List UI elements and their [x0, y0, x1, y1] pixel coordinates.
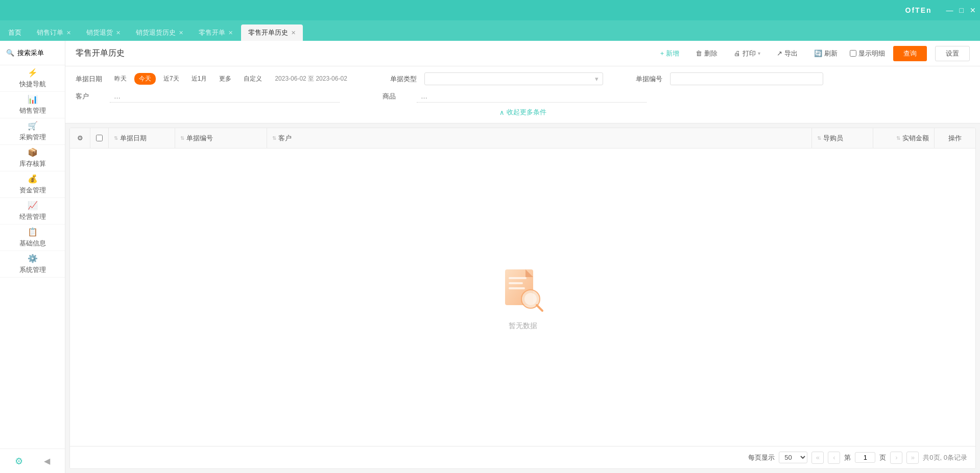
- sidebar-item-operations[interactable]: 📈 经营管理: [0, 198, 65, 225]
- sidebar-bottom: ⚙ ◀: [0, 449, 65, 473]
- maximize-btn[interactable]: □: [960, 6, 964, 14]
- first-page-btn[interactable]: «: [811, 452, 824, 464]
- per-page-select[interactable]: 50 10 20 100: [779, 452, 807, 463]
- sidebar-item-system[interactable]: ⚙️ 系统管理: [0, 251, 65, 278]
- th-amount[interactable]: ⇅ 实销金额: [873, 128, 935, 148]
- th-salesperson[interactable]: ⇅ 导购员: [812, 128, 873, 148]
- sidebar-item-basic-info[interactable]: 📋 基础信息: [0, 225, 65, 251]
- table-area: ⚙ ⇅ 单据日期 ⇅ 单据编号 ⇅ 客户 ⇅: [69, 128, 976, 469]
- sales-icon: 📊: [28, 94, 38, 104]
- th-order-no[interactable]: ⇅ 单据编号: [175, 128, 267, 148]
- tab-close-sales-order[interactable]: ✕: [66, 30, 71, 36]
- content-area: 零售开单历史 + 新增 🗑 删除 🖨 打印 ▾ ↗ 导出: [65, 41, 980, 473]
- select-all-checkbox[interactable]: [96, 135, 103, 141]
- refresh-button[interactable]: 🔄 🔄 刷新 刷新: [810, 47, 842, 60]
- th-settings[interactable]: ⚙: [70, 128, 90, 148]
- table-header: ⚙ ⇅ 单据日期 ⇅ 单据编号 ⇅ 客户 ⇅: [70, 128, 975, 148]
- sidebar-item-sales[interactable]: 📊 销售管理: [0, 92, 65, 118]
- tab-close-retail-history[interactable]: ✕: [291, 30, 296, 36]
- toolbar: + 新增 🗑 删除 🖨 打印 ▾ ↗ 导出 🔄 🔄 刷新: [656, 46, 970, 61]
- sidebar-settings-btn[interactable]: ⚙: [15, 456, 23, 467]
- page-number-input[interactable]: [855, 452, 875, 463]
- order-type-label: 单据类型: [390, 74, 418, 84]
- tab-close-sales-return[interactable]: ✕: [116, 30, 121, 36]
- delete-button[interactable]: 🗑 删除: [691, 47, 722, 60]
- show-detail-checkbox[interactable]: [850, 50, 856, 57]
- next-page-btn[interactable]: ›: [890, 452, 902, 464]
- date-btn-custom[interactable]: 自定义: [239, 73, 267, 85]
- tab-close-sales-return-history[interactable]: ✕: [179, 30, 183, 36]
- sidebar-item-label-inventory: 库存核算: [19, 159, 46, 168]
- date-btn-today[interactable]: 今天: [134, 73, 156, 85]
- last-page-btn[interactable]: »: [906, 452, 919, 464]
- date-btn-more[interactable]: 更多: [214, 73, 236, 85]
- settings-button[interactable]: 设置: [935, 46, 970, 61]
- tab-sales-order[interactable]: 销售订单 ✕: [30, 24, 78, 41]
- svg-rect-1: [509, 277, 527, 279]
- collapse-filter-btn[interactable]: ∧ 收起更多条件: [76, 108, 970, 117]
- date-btn-last7[interactable]: 近7天: [159, 73, 184, 85]
- th-order-no-sort-icon: ⇅: [180, 135, 184, 141]
- close-window-btn[interactable]: ✕: [970, 6, 976, 14]
- sidebar-search[interactable]: 🔍 搜索采单: [0, 41, 65, 65]
- new-button[interactable]: + 新增: [656, 47, 683, 60]
- th-customer[interactable]: ⇅ 客户: [267, 128, 812, 148]
- query-button[interactable]: 查询: [893, 46, 927, 61]
- table-settings-icon: ⚙: [77, 134, 83, 142]
- export-button[interactable]: ↗ 导出: [773, 47, 802, 60]
- quick-nav-icon: ⚡: [28, 68, 38, 78]
- sidebar: 🔍 搜索采单 ⚡ 快捷导航 📊 销售管理 🛒 采购管理 📦 库存核算 💰 资金管…: [0, 41, 65, 473]
- order-no-input[interactable]: [670, 72, 823, 85]
- sidebar-item-label-finance: 资金管理: [19, 186, 46, 195]
- th-date[interactable]: ⇅ 单据日期: [109, 128, 175, 148]
- th-checkbox[interactable]: [90, 128, 109, 148]
- tab-retail-history[interactable]: 零售开单历史 ✕: [241, 24, 303, 41]
- sidebar-item-label-sales: 销售管理: [19, 106, 46, 115]
- th-customer-sort-icon: ⇅: [272, 135, 276, 141]
- order-type-select[interactable]: ▾: [424, 72, 603, 85]
- prev-page-icon: ‹: [833, 454, 835, 461]
- purchase-icon: 🛒: [28, 121, 38, 131]
- show-detail-toggle[interactable]: 显示明细: [850, 49, 885, 58]
- sidebar-item-label-purchase: 采购管理: [19, 133, 46, 142]
- next-page-icon: ›: [895, 454, 897, 461]
- search-icon: 🔍: [6, 49, 14, 57]
- page-label: 页: [879, 453, 886, 462]
- date-btn-last-month[interactable]: 近1月: [187, 73, 212, 85]
- svg-point-6: [524, 293, 537, 305]
- sidebar-item-label-quick-nav: 快捷导航: [19, 80, 46, 89]
- sidebar-item-inventory[interactable]: 📦 库存核算: [0, 145, 65, 171]
- svg-line-7: [537, 305, 542, 311]
- filter-row-date: 单据日期 昨天 今天 近7天 近1月 更多 自定义 2023-06-02 至 2…: [76, 72, 970, 85]
- date-filter-btns: 昨天 今天 近7天 近1月 更多 自定义: [110, 73, 267, 85]
- date-btn-yesterday[interactable]: 昨天: [110, 73, 131, 85]
- sidebar-item-purchase[interactable]: 🛒 采购管理: [0, 118, 65, 145]
- tab-sales-return-history[interactable]: 销货退货历史 ✕: [129, 24, 190, 41]
- customer-filter-label: 客户: [76, 92, 104, 101]
- sidebar-item-finance[interactable]: 💰 资金管理: [0, 171, 65, 198]
- inventory-icon: 📦: [28, 147, 38, 157]
- main-layout: 🔍 搜索采单 ⚡ 快捷导航 📊 销售管理 🛒 采购管理 📦 库存核算 💰 资金管…: [0, 41, 980, 473]
- tab-sales-return[interactable]: 销货退货 ✕: [79, 24, 128, 41]
- customer-input[interactable]: [110, 90, 340, 103]
- page-header: 零售开单历史 + 新增 🗑 删除 🖨 打印 ▾ ↗ 导出: [65, 41, 980, 66]
- first-page-icon: «: [816, 454, 820, 461]
- tab-home[interactable]: 首页: [0, 24, 30, 41]
- sidebar-item-quick-nav[interactable]: ⚡ 快捷导航: [0, 65, 65, 92]
- top-bar: OfTEn — □ ✕: [0, 0, 980, 20]
- date-filter-label: 单据日期: [76, 74, 104, 84]
- tab-close-retail-open[interactable]: ✕: [228, 30, 233, 36]
- print-button[interactable]: 🖨 打印 ▾: [730, 47, 764, 60]
- sidebar-item-label-system: 系统管理: [19, 265, 46, 275]
- last-page-icon: »: [911, 454, 915, 461]
- page-of-label: 第: [844, 453, 851, 462]
- sidebar-item-label-operations: 经营管理: [19, 212, 46, 221]
- operations-icon: 📈: [28, 201, 38, 210]
- th-actions: 操作: [935, 128, 975, 148]
- prev-page-btn[interactable]: ‹: [828, 452, 840, 464]
- sidebar-collapse-btn[interactable]: ◀: [44, 456, 50, 466]
- system-icon: ⚙️: [28, 254, 38, 263]
- minimize-btn[interactable]: —: [946, 6, 953, 14]
- tab-retail-open[interactable]: 零售开单 ✕: [192, 24, 240, 41]
- goods-input[interactable]: [417, 90, 647, 103]
